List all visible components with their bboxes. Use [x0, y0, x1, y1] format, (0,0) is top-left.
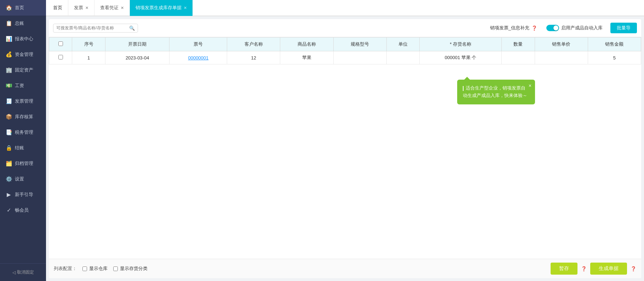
- config-label: 列表配置：: [54, 265, 77, 272]
- info-help-icon[interactable]: ❓: [531, 25, 537, 31]
- cell-qty: [502, 51, 535, 64]
- cell-unit: [386, 51, 420, 64]
- show-warehouse-group: 显示仓库: [82, 265, 108, 272]
- tooltip-close-icon[interactable]: ×: [529, 82, 531, 90]
- cell-spec: [333, 51, 386, 64]
- unpin-icon: ◁: [12, 270, 16, 275]
- bottom-bar: 列表配置： 显示仓库 显示存货分类 暂存 ❓ 生成单据 ❓: [49, 259, 641, 278]
- sidebar-item-home[interactable]: 🏠首页: [0, 0, 46, 16]
- cell-customer: 12: [227, 51, 280, 64]
- toggle-label: 启用产成品自动入库: [561, 25, 603, 31]
- sidebar-label-archive: 归档管理: [15, 160, 33, 167]
- select-all-checkbox[interactable]: [58, 41, 63, 46]
- sidebar-item-closing[interactable]: 🔒结账: [0, 140, 46, 156]
- tab-close-cancel-invoice-storage[interactable]: ✕: [184, 6, 187, 10]
- tab-cancel-invoice-storage[interactable]: 销项发票生成库存单据✕: [130, 0, 193, 16]
- sidebar-icon-inventory: 📦: [6, 114, 12, 120]
- sidebar-item-fund-management[interactable]: 💰资金管理: [0, 47, 46, 62]
- table-row: 12023-03-040000000112苹果000001 苹果 个5: [49, 51, 641, 64]
- sidebar-icon-invoice-management: 🧾: [6, 98, 12, 104]
- col-header-spec: 规格型号: [333, 38, 386, 51]
- unpin-button[interactable]: ◁ 取消固定: [0, 267, 46, 277]
- tooltip-cursor: [463, 86, 464, 91]
- cell-product_name: 苹果: [280, 51, 333, 64]
- sidebar-label-inventory: 库存核算: [15, 114, 33, 120]
- cell-seq: 1: [72, 51, 105, 64]
- cell-ticket_no[interactable]: 00000001: [169, 51, 227, 64]
- sidebar-item-fixed-assets[interactable]: 🏢固定资产: [0, 62, 46, 78]
- sidebar-item-vip[interactable]: ✓畅会员: [0, 202, 46, 218]
- cell-unit_price: [535, 51, 588, 64]
- sidebar-item-guide[interactable]: ▶新手引导: [0, 187, 46, 202]
- sidebar-label-general-ledger: 总账: [15, 20, 24, 27]
- sidebar-icon-general-ledger: 📋: [6, 20, 12, 27]
- sidebar-item-reports[interactable]: 📊报表中心: [0, 31, 46, 47]
- sidebar-item-settings[interactable]: ⚙️设置: [0, 171, 46, 187]
- sidebar-label-home: 首页: [15, 5, 24, 11]
- tab-close-view-voucher[interactable]: ✕: [121, 6, 124, 10]
- col-header-product_name: 商品名称: [280, 38, 333, 51]
- col-header-date: 开票日期: [105, 38, 169, 51]
- sidebar-item-invoice-management[interactable]: 🧾发票管理: [0, 93, 46, 109]
- sidebar-label-invoice-management: 发票管理: [15, 98, 33, 104]
- tooltip-text: 适合生产型企业，销项发票自动生成产成品入库，快来体验～: [463, 85, 527, 98]
- search-box[interactable]: 🔍: [53, 24, 138, 33]
- show-warehouse-checkbox[interactable]: [82, 266, 87, 271]
- tooltip-box: 适合生产型企业，销项发票自动生成产成品入库，快来体验～ ×: [457, 80, 535, 104]
- auto-storage-toggle[interactable]: [546, 25, 559, 31]
- sidebar-item-payroll[interactable]: 💵工资: [0, 78, 46, 93]
- tab-home[interactable]: 首页: [47, 0, 68, 16]
- search-input[interactable]: [56, 25, 127, 30]
- sidebar-label-reports: 报表中心: [15, 36, 33, 42]
- tab-invoice[interactable]: 发票✕: [68, 0, 94, 16]
- show-category-checkbox[interactable]: [113, 266, 118, 271]
- batch-button[interactable]: 批量导: [610, 23, 637, 33]
- show-category-group: 显示存货分类: [113, 265, 148, 272]
- unpin-label: 取消固定: [17, 269, 34, 275]
- sidebar-bottom: ◁ 取消固定: [0, 263, 46, 281]
- tab-label-view-voucher: 查看凭证: [100, 5, 119, 11]
- toggle-group: 启用产成品自动入库: [546, 25, 603, 31]
- toolbar: 🔍 销项发票_信息补充 ❓ 启用产成品自动入库 批量导: [49, 19, 641, 37]
- generate-help-icon[interactable]: ❓: [631, 266, 636, 271]
- sidebar-item-general-ledger[interactable]: 📋总账: [0, 16, 46, 31]
- cell-checkbox: [49, 51, 72, 64]
- col-header-customer: 客户名称: [227, 38, 280, 51]
- tab-close-invoice[interactable]: ✕: [85, 6, 88, 10]
- sidebar-label-closing: 结账: [15, 145, 24, 151]
- sidebar-icon-settings: ⚙️: [6, 176, 12, 182]
- col-header-unit: 单位: [386, 38, 420, 51]
- sidebar-icon-tax-management: 📑: [6, 129, 12, 136]
- sidebar-label-payroll: 工资: [15, 82, 24, 89]
- show-warehouse-label: 显示仓库: [89, 265, 108, 272]
- table-wrapper: 序号开票日期票号客户名称商品名称规格型号单位* 存货名称数量销售单价销售金额 1…: [49, 37, 641, 259]
- sidebar-item-tax-management[interactable]: 📑税务管理: [0, 125, 46, 140]
- col-header-unit_price: 销售单价: [535, 38, 588, 51]
- cell-amount: 5: [588, 51, 641, 64]
- save-button[interactable]: 暂存: [551, 263, 577, 275]
- col-header-inventory: * 存货名称: [420, 38, 502, 51]
- toolbar-center: 销项发票_信息补充 ❓ 启用产成品自动入库 批量导: [490, 23, 637, 33]
- tab-label-cancel-invoice-storage: 销项发票生成库存单据: [136, 5, 182, 11]
- sidebar-item-archive[interactable]: 🗂️归档管理: [0, 156, 46, 171]
- sidebar-icon-home: 🏠: [6, 5, 12, 11]
- cell-inventory: 000001 苹果 个: [420, 51, 502, 64]
- sidebar: 🏠首页📋总账📊报表中心💰资金管理🏢固定资产💵工资🧾发票管理📦库存核算📑税务管理🔒…: [0, 0, 46, 281]
- search-icon: 🔍: [129, 25, 135, 31]
- sidebar-item-inventory[interactable]: 📦库存核算: [0, 109, 46, 125]
- sidebar-label-vip: 畅会员: [15, 207, 29, 213]
- save-help-icon[interactable]: ❓: [581, 266, 587, 271]
- generate-button[interactable]: 生成单据: [590, 263, 627, 275]
- tab-label-home: 首页: [53, 5, 62, 11]
- sidebar-label-fixed-assets: 固定资产: [15, 67, 33, 73]
- sidebar-icon-guide: ▶: [6, 191, 12, 198]
- sidebar-icon-reports: 📊: [6, 36, 12, 42]
- cell-date: 2023-03-04: [105, 51, 169, 64]
- row-checkbox[interactable]: [58, 55, 63, 59]
- col-header-seq: 序号: [72, 38, 105, 51]
- sidebar-icon-payroll: 💵: [6, 82, 12, 89]
- main-area: 首页发票✕查看凭证✕销项发票生成库存单据✕ 🔍 销项发票_信息补充 ❓ 启用产成…: [46, 0, 644, 281]
- sidebar-label-guide: 新手引导: [15, 191, 33, 198]
- tab-view-voucher[interactable]: 查看凭证✕: [94, 0, 130, 16]
- data-table: 序号开票日期票号客户名称商品名称规格型号单位* 存货名称数量销售单价销售金额 1…: [49, 37, 641, 64]
